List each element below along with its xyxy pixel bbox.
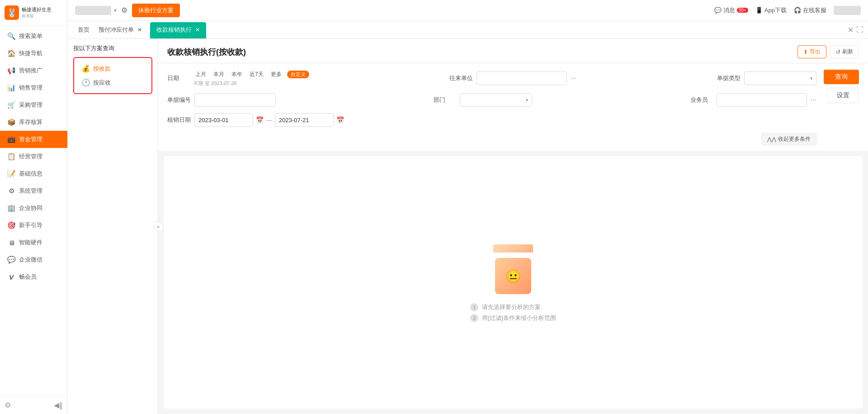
date-field: 日期 上月 本月 本年 近7天 更多 自定义 [167, 70, 309, 87]
hint-text-1: 请先选择要分析的方案 [482, 303, 541, 311]
date-this-year[interactable]: 本年 [230, 70, 244, 79]
sidebar-footer: ⚙ ◀‖ [0, 396, 67, 414]
calendar-end-icon[interactable]: 📅 [336, 116, 344, 124]
sidebar-item-base-info[interactable]: 📝 基础信息 [0, 165, 67, 182]
tab-expand-button[interactable]: ⛶ [856, 25, 863, 34]
refresh-icon: ↺ [836, 49, 840, 55]
receipt-icon: 💰 [81, 64, 90, 73]
filter-item-by-receipt[interactable]: 💰 按收款 [78, 62, 148, 76]
date-this-month[interactable]: 本月 [212, 70, 226, 79]
sidebar-item-label: 搜索菜单 [19, 32, 42, 40]
date-last-7-days[interactable]: 近7天 [248, 70, 265, 79]
finance-icon: 💼 [7, 135, 15, 143]
refresh-button[interactable]: ↺ 刷新 [830, 45, 859, 58]
dept-select[interactable] [460, 93, 532, 107]
staff-input[interactable] [717, 93, 807, 107]
sidebar-item-guide[interactable]: 🎯 新手引导 [0, 217, 67, 234]
tab-writeoff[interactable]: 收款核销执行 ✕ [150, 22, 206, 38]
sidebar-item-label: 经营管理 [19, 152, 42, 161]
sidebar-item-system[interactable]: ⚙ 系统管理 [0, 182, 67, 200]
sidebar-item-label: 新手引导 [19, 221, 42, 229]
filter-collapse-button[interactable]: » [153, 222, 163, 232]
member-icon: V [7, 273, 15, 281]
online-service-button[interactable]: 🎧 在线客服 [794, 6, 826, 14]
filter-item-by-receivable[interactable]: 🕐 按应收 [78, 76, 148, 90]
system-icon: ⚙ [7, 187, 15, 195]
tab-close-window-button[interactable]: ✕ [848, 25, 854, 34]
more-conditions-button[interactable]: ⋀⋀ 收起更多条件 [761, 133, 816, 145]
tab-close-active-icon[interactable]: ✕ [195, 27, 200, 33]
box-body: 😐 [495, 258, 531, 294]
order-type-select[interactable] [744, 71, 816, 85]
sidebar-item-finance[interactable]: 💼 资金管理 [0, 131, 67, 148]
order-type-field: 单据类型 [717, 71, 816, 85]
tab-home-label: 首页 [78, 26, 90, 33]
empty-hint-2: 2 用[过滤]条件来缩小分析范围 [470, 314, 556, 322]
sidebar-item-hardware[interactable]: 🖥 智能硬件 [0, 234, 67, 251]
calendar-start-icon[interactable]: 📅 [256, 116, 264, 124]
header-gear-icon[interactable]: ⚙ [121, 6, 127, 14]
dept-field: 部门 [434, 93, 532, 107]
staff-ellipsis-icon[interactable]: ··· [811, 96, 816, 104]
hint-num-1: 1 [470, 303, 478, 311]
sidebar-item-inventory[interactable]: 📦 库存核算 [0, 114, 67, 131]
order-type-label: 单据类型 [717, 74, 741, 82]
partner-field: 往来单位 ··· [449, 71, 576, 85]
app-download-button[interactable]: 📱 App下载 [755, 6, 787, 14]
date-last-month[interactable]: 上月 [193, 70, 208, 79]
sidebar-item-marketing[interactable]: 📢 营销推广 [0, 62, 67, 79]
export-label: 导出 [810, 48, 821, 56]
date-more[interactable]: 更多 [269, 70, 283, 79]
online-service-label: 在线客服 [803, 6, 826, 14]
sidebar-item-sales[interactable]: 📊 销售管理 [0, 79, 67, 96]
search-fields: 日期 上月 本月 本年 近7天 更多 自定义 [167, 70, 816, 145]
sidebar-item-purchase[interactable]: 🛒 采购管理 [0, 96, 67, 114]
sidebar-nav: 🔍 搜索菜单 🏠 快捷导航 📢 营销推广 📊 销售管理 🛒 采购管理 📦 库存核… [0, 26, 67, 396]
sidebar-item-label: 销售管理 [19, 84, 42, 92]
empty-hints: 1 请先选择要分析的方案 2 用[过滤]条件来缩小分析范围 [470, 303, 556, 325]
order-no-field: 单据编号 [167, 93, 276, 107]
inventory-icon: 📦 [7, 118, 15, 126]
content-area: 按以下方案查询 💰 按收款 🕐 按应收 » 收款核销执行(按收款) [68, 39, 868, 414]
sidebar-item-wechat[interactable]: 💬 企业微信 [0, 251, 67, 268]
sidebar-item-operations[interactable]: 📋 经营管理 [0, 148, 67, 165]
writeoff-start-input[interactable] [194, 113, 253, 127]
sidebar-item-quicknav[interactable]: 🏠 快捷导航 [0, 45, 67, 62]
order-no-label: 单据编号 [167, 96, 191, 104]
sales-icon: 📊 [7, 84, 15, 92]
operations-icon: 📋 [7, 152, 15, 161]
writeoff-end-input[interactable] [275, 113, 334, 127]
partner-input[interactable] [476, 71, 567, 85]
sidebar-item-member[interactable]: V 畅会员 [0, 268, 67, 286]
user-avatar[interactable] [834, 6, 861, 15]
sidebar-item-enterprise[interactable]: 🏢 企业协同 [0, 200, 67, 217]
filter-item-label: 按应收 [93, 79, 111, 87]
message-icon: 💬 [714, 7, 722, 14]
tab-prepay[interactable]: 预付冲应付单 ✕ [92, 22, 148, 38]
logo-badge: 标准版 [22, 13, 52, 19]
page-actions: ⬆ 导出 ↺ 刷新 [797, 45, 859, 58]
partner-ellipsis-icon[interactable]: ··· [571, 74, 576, 82]
page-header: 收款核销执行(按收款) ⬆ 导出 ↺ 刷新 [158, 39, 868, 63]
app-logo: 🐰 畅捷通好生意 标准版 [0, 0, 67, 26]
message-button[interactable]: 💬 消息 99+ [714, 6, 748, 14]
date-shortcuts: 上月 本月 本年 近7天 更多 自定义 [193, 70, 309, 79]
dept-label: 部门 [434, 96, 456, 104]
collapse-sidebar-icon[interactable]: ◀‖ [54, 401, 63, 409]
setting-button[interactable]: 设置 [827, 88, 859, 103]
export-button[interactable]: ⬆ 导出 [797, 45, 826, 58]
tab-close-icon[interactable]: ✕ [137, 27, 142, 33]
sidebar: 🐰 畅捷通好生意 标准版 🔍 搜索菜单 🏠 快捷导航 📢 营销推广 📊 销售管理… [0, 0, 68, 414]
industry-solution-button[interactable]: 休验行业方案 [132, 4, 180, 17]
query-button[interactable]: 查询 [824, 70, 859, 84]
date-custom-badge[interactable]: 自定义 [287, 71, 309, 78]
order-no-input[interactable] [194, 93, 276, 107]
tab-home[interactable]: 首页 [75, 22, 92, 38]
settings-icon[interactable]: ⚙ [5, 401, 11, 409]
collapse-icon: ⋀⋀ [767, 136, 776, 143]
sidebar-item-search[interactable]: 🔍 搜索菜单 [0, 28, 67, 45]
sidebar-item-label: 畅会员 [19, 273, 37, 281]
empty-state: 😐 1 请先选择要分析的方案 2 用[过滤]条件来缩小分析范围 [164, 156, 863, 409]
chevron-down-icon[interactable]: ▾ [114, 7, 117, 14]
refresh-label: 刷新 [842, 48, 853, 56]
